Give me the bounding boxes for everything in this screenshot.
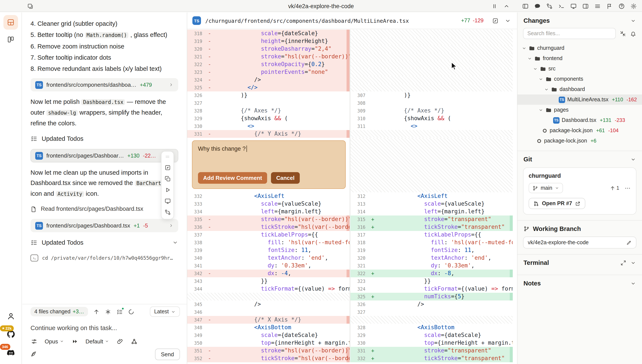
todos-row[interactable]: Updated Todos xyxy=(31,237,178,248)
tool-read-row[interactable]: Read frontend/src/pages/Dashboard.tsx xyxy=(31,204,178,214)
help-button[interactable] xyxy=(618,3,625,9)
file-chip[interactable]: TSfrontend/src/pages/Dashboard.tsx+1-5 xyxy=(31,219,178,232)
diff-line-left[interactable]: 325- </> xyxy=(187,84,350,92)
board-view-button[interactable] xyxy=(4,32,18,47)
diff-line-left[interactable]: 321- stroke="hsl(var(--border))" xyxy=(187,53,350,60)
monitor-button[interactable] xyxy=(570,3,577,9)
tree-item-src[interactable]: src xyxy=(517,64,642,74)
diff-line-left[interactable]: 345 /> xyxy=(187,300,350,308)
diff-line-left[interactable]: 348 <AxisBottom xyxy=(187,324,350,332)
panel-right-button[interactable] xyxy=(582,3,589,9)
diff-line-right[interactable]: 325+ numTicks={5} xyxy=(350,293,513,300)
tree-item-MultiLineArea.tsx[interactable]: TSMultiLineArea.tsx+110-162 xyxy=(517,94,642,105)
diff-line-right[interactable]: 332+ tickStroke="transparent" xyxy=(350,354,513,362)
diff-line-right[interactable]: 311 <> xyxy=(350,122,513,130)
add-review-comment-button[interactable]: Add Review Comment xyxy=(198,172,267,184)
pause-button[interactable] xyxy=(491,3,498,9)
diff-line-left[interactable]: 333 scale={valueScale} xyxy=(187,200,350,208)
latest-dropdown[interactable]: Latest xyxy=(150,306,180,317)
diff-line-left[interactable]: 327 xyxy=(187,99,350,107)
fast-forward-button[interactable] xyxy=(69,336,80,347)
diff-line-right[interactable]: 331+ stroke="transparent" xyxy=(350,347,513,354)
diff-line-left[interactable]: 336- tickStroke="hsl(var(--border))" xyxy=(187,223,350,231)
tree-item-package-lock.json[interactable]: package-lock.json+61-104 xyxy=(517,125,642,136)
attach-button[interactable] xyxy=(115,336,126,347)
diff-line-right[interactable]: 318 fill: 'hsl(var(--muted-foreground))'… xyxy=(350,239,513,246)
diff-line-left[interactable]: 334 left={margin.left} xyxy=(187,208,350,216)
panel-left-button[interactable] xyxy=(522,3,529,9)
github-link[interactable]: ★22k xyxy=(6,330,15,339)
gear-button[interactable] xyxy=(630,3,637,9)
notifications-button[interactable] xyxy=(630,30,636,37)
diff-line-right[interactable]: 327 xyxy=(350,308,513,316)
chevrons-up-button[interactable] xyxy=(503,3,510,9)
tree-item-pages[interactable]: pages xyxy=(517,105,642,115)
notes-section-header[interactable]: Notes xyxy=(517,275,642,290)
diff-line-left[interactable]: 324- /> xyxy=(187,76,350,84)
collapse-diff-button[interactable] xyxy=(505,18,511,24)
diff-line-left[interactable]: 320- strokeDasharray="2,4" xyxy=(187,45,350,53)
working-branch-input[interactable]: vk/4e2a-explore-the-code xyxy=(523,236,636,248)
compose-note-button[interactable] xyxy=(30,351,37,358)
changes-section-header[interactable]: Changes xyxy=(517,12,642,28)
diff-line-left[interactable]: 330 <> xyxy=(187,122,350,130)
diff-line-right[interactable]: 312 <AxisLeft xyxy=(350,192,513,200)
diff-line-left[interactable]: 339 fontSize: 11, xyxy=(187,246,350,254)
diff-line-left[interactable]: 329 {showAxis && ( xyxy=(187,114,350,122)
diff-line-left[interactable]: 318- scale={dateScale} xyxy=(187,30,350,37)
discord-link[interactable]: 346 xyxy=(6,348,15,357)
git-compare-button[interactable] xyxy=(546,3,553,9)
model-dropdown[interactable]: Opus xyxy=(43,336,66,346)
diff-line-right[interactable]: 309 {/* Axes */} xyxy=(350,107,513,114)
diff-line-right[interactable]: 307 )} xyxy=(350,92,513,99)
diff-line-right[interactable]: 321 dy: '0.33em', xyxy=(350,262,513,270)
diff-line-right[interactable]: 317 tickLabelProps={{ xyxy=(350,231,513,239)
diff-line-right[interactable]: 315+ stroke="transparent" xyxy=(350,216,513,223)
diff-line-right[interactable]: 329 scale={dateScale} xyxy=(350,332,513,339)
git-more-options-button[interactable] xyxy=(624,185,631,191)
diff-line-right[interactable]: 323 }} xyxy=(350,277,513,285)
chevron-down-icon[interactable] xyxy=(172,240,178,246)
send-button[interactable]: Send xyxy=(155,348,180,360)
chat-button[interactable] xyxy=(534,3,541,9)
diff-line-right[interactable]: 324 tickFormat={(value) => formatValue(v… xyxy=(350,285,513,293)
copy-button[interactable] xyxy=(164,176,171,182)
file-chip[interactable]: TSfrontend/src/pages/Dashboar…+130-22… xyxy=(31,149,178,162)
git-section-header[interactable]: Git xyxy=(517,151,642,166)
files-changed-chip[interactable]: 4 files changed +3… xyxy=(31,307,88,316)
diff-line-left[interactable]: 338 fill: 'hsl(var(--muted-foreground))'… xyxy=(187,239,350,246)
tree-item-package-lock.json[interactable]: package-lock.json+6 xyxy=(517,136,642,146)
annotate-button[interactable] xyxy=(164,164,171,171)
mode-dropdown[interactable]: Default xyxy=(83,336,111,346)
todos-row[interactable]: Updated Todos xyxy=(31,134,178,144)
flag-button[interactable] xyxy=(606,3,613,9)
diff-line-left[interactable]: 326 )} xyxy=(187,92,350,99)
search-files-input[interactable]: Search files... xyxy=(523,28,616,39)
diff-line-left[interactable]: 347- {/* X Axis */} xyxy=(187,316,350,324)
tree-item-dashboard[interactable]: dashboard xyxy=(517,84,642,94)
diff-line-left[interactable]: 319- height={innerHeight} xyxy=(187,37,350,45)
monitor-button[interactable] xyxy=(164,198,171,204)
annotate-button[interactable] xyxy=(492,18,499,24)
play-button[interactable] xyxy=(164,187,171,193)
terminal-command-row[interactable]: cd /private/var/folders/10/h7w0q46556ggr… xyxy=(31,253,178,263)
diff-line-right[interactable]: 330 top={innerHeight + margin.top} xyxy=(350,339,513,347)
comment-draft-text[interactable]: Why this change ? xyxy=(198,146,246,152)
diff-line-left[interactable]: 342- dx: -4, xyxy=(187,270,350,277)
pencil-icon[interactable] xyxy=(626,240,632,245)
diff-line-left[interactable]: 322- strokeOpacity={0.2} xyxy=(187,60,350,68)
diff-line-left[interactable]: 351- stroke="hsl(var(--border))" xyxy=(187,347,350,354)
diff-line-right[interactable]: 310 {showAxis && ( xyxy=(350,114,513,122)
push-count[interactable]: 1 xyxy=(610,185,619,191)
diff-line-left[interactable]: 341 dy: '0.33em', xyxy=(187,262,350,270)
diff-line-left[interactable]: 332 <AxisLeft xyxy=(187,192,350,200)
diff-line-left[interactable]: 331- {/* Y Axis */} xyxy=(187,130,350,138)
diff-line-right[interactable]: 326 /> xyxy=(350,300,513,308)
diff-line-right[interactable]: 308 xyxy=(350,99,513,107)
spark-button[interactable] xyxy=(105,308,111,315)
diff-content[interactable]: 318- scale={dateScale}319- height={inner… xyxy=(187,30,517,364)
hub-button[interactable] xyxy=(129,336,140,347)
cancel-comment-button[interactable]: Cancel xyxy=(271,172,300,184)
tree-item-components[interactable]: components xyxy=(517,74,642,84)
workspace-view-button[interactable] xyxy=(4,15,18,30)
